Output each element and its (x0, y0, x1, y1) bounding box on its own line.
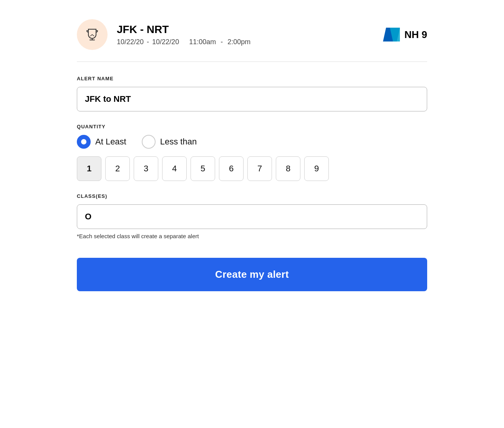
alert-name-label: ALERT NAME (77, 76, 427, 81)
flight-header: JFK - NRT 10/22/20 - 10/22/20 11:00am - … (77, 8, 427, 61)
quantity-label: QUANTITY (77, 124, 427, 129)
header-divider (77, 61, 427, 62)
airline-info: NH 9 (383, 28, 427, 41)
flight-info: JFK - NRT 10/22/20 - 10/22/20 11:00am - … (117, 23, 374, 46)
alert-name-section: ALERT NAME (77, 76, 427, 111)
alert-name-input[interactable] (77, 87, 427, 111)
radio-label-at-least: At Least (95, 137, 126, 147)
create-alert-button[interactable]: Create my alert (77, 258, 427, 291)
page-container: JFK - NRT 10/22/20 - 10/22/20 11:00am - … (8, 8, 496, 291)
quantity-section: QUANTITY At Least Less than 1 2 3 4 5 6 … (77, 124, 427, 181)
time-separator: - (220, 38, 223, 46)
date-from: 10/22/20 (117, 38, 144, 46)
qty-btn-3[interactable]: 3 (134, 156, 158, 181)
airline-code: NH 9 (405, 29, 427, 41)
qty-btn-5[interactable]: 5 (191, 156, 215, 181)
qty-btn-8[interactable]: 8 (276, 156, 300, 181)
classes-input[interactable] (77, 204, 427, 229)
date-to: 10/22/20 (152, 38, 179, 46)
classes-label: CLASS(ES) (77, 193, 427, 199)
quantity-radio-group: At Least Less than (77, 135, 427, 149)
trophy-icon (85, 28, 99, 41)
radio-label-less-than: Less than (160, 137, 197, 147)
classes-note: *Each selected class will create a separ… (77, 233, 427, 239)
quantity-top: QUANTITY At Least Less than (77, 124, 427, 149)
flight-dates: 10/22/20 - 10/22/20 11:00am - 2:00pm (117, 38, 374, 46)
radio-circle-less-than (142, 135, 156, 149)
qty-btn-9[interactable]: 9 (304, 156, 329, 181)
time-to: 2:00pm (227, 38, 250, 46)
quantity-buttons: 1 2 3 4 5 6 7 8 9 (77, 156, 427, 181)
time-from: 11:00am (189, 38, 216, 46)
qty-btn-7[interactable]: 7 (247, 156, 272, 181)
radio-less-than[interactable]: Less than (142, 135, 197, 149)
qty-btn-6[interactable]: 6 (219, 156, 244, 181)
flight-route: JFK - NRT (117, 23, 374, 36)
trophy-avatar (77, 19, 108, 50)
qty-btn-1[interactable]: 1 (77, 156, 101, 181)
airline-logo-icon (383, 28, 400, 41)
radio-at-least[interactable]: At Least (77, 135, 126, 149)
radio-circle-at-least (77, 135, 91, 149)
qty-btn-2[interactable]: 2 (105, 156, 130, 181)
qty-btn-4[interactable]: 4 (162, 156, 187, 181)
date-separator: - (147, 38, 149, 46)
classes-section: CLASS(ES) *Each selected class will crea… (77, 193, 427, 239)
